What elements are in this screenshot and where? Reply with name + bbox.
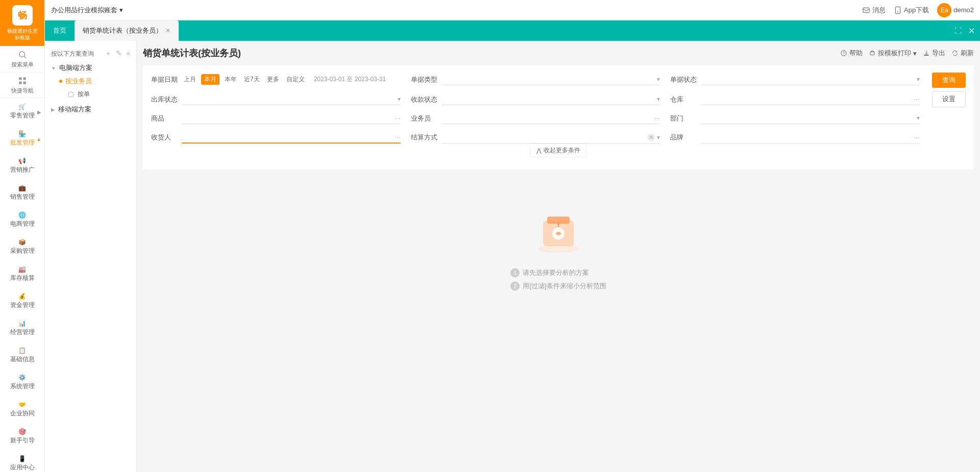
out-status-input[interactable]	[182, 96, 398, 103]
filter-settlement: 结算方式 ✕ ▾	[411, 132, 660, 144]
query-btn[interactable]: 查询	[932, 73, 966, 88]
sidebar-item-apps[interactable]: 📱 应用中心	[0, 450, 44, 472]
export-btn[interactable]: 导出	[923, 49, 945, 58]
sidebar-item-finance[interactable]: 💰 资金管理	[0, 288, 44, 315]
settlement-clear-btn[interactable]: ✕	[647, 133, 655, 141]
dept-arrow[interactable]: ▾	[917, 114, 920, 122]
brand-control[interactable]: ···	[701, 132, 920, 144]
warehouse-control[interactable]: ···	[701, 93, 920, 105]
doc-type-input[interactable]	[442, 76, 657, 83]
sidebar-item-marketing[interactable]: 📢 营销推广	[0, 152, 44, 179]
settlement-input[interactable]	[442, 133, 648, 141]
search-menu-item[interactable]: 搜索菜单	[0, 46, 44, 73]
goods-dots[interactable]: ···	[395, 114, 401, 122]
doc-status-control[interactable]: ▾	[701, 74, 920, 85]
operations-icon: 📊	[18, 320, 26, 327]
doc-type-control[interactable]: ▾	[442, 74, 660, 85]
active-dot	[59, 80, 62, 83]
warehouse-label: 仓库	[670, 95, 701, 104]
settlement-control[interactable]: ✕ ▾	[442, 132, 660, 144]
sidebar-item-operations[interactable]: 📊 经营管理	[0, 315, 44, 342]
tab-home[interactable]: 首页	[45, 20, 75, 41]
sidebar-item-purchase[interactable]: 📦 采购管理	[0, 233, 44, 261]
tree-node-mobile[interactable]: ▶ 移动端方案	[45, 103, 136, 116]
date-tab-lastmonth[interactable]: 上月	[182, 74, 198, 85]
salesman-control[interactable]: ···	[442, 112, 660, 124]
sidebar-logo[interactable]: 畅 畅捷通好生意 标账版	[0, 0, 44, 46]
goods-input[interactable]	[182, 114, 395, 122]
window-close-btn[interactable]: ✕	[968, 26, 975, 36]
sidebar-item-wholesale[interactable]: 🏪 批发管理 ▲	[0, 125, 44, 152]
search-icon	[18, 50, 27, 59]
refresh-btn[interactable]: 刷新	[951, 49, 974, 58]
print-btn[interactable]: 按模板打印 ▾	[869, 49, 917, 58]
recipient-dots[interactable]: ···	[395, 133, 401, 141]
edit-scheme-btn[interactable]: ✎	[116, 49, 122, 58]
doc-status-input[interactable]	[701, 76, 917, 83]
collapse-btn[interactable]: ⋀ 收起更多条件	[530, 144, 587, 157]
left-panel-header: 按以下方案查询 ＋ ✎ «	[45, 46, 136, 61]
account-dropdown[interactable]: 办公用品行业模拟账套 ▾	[51, 6, 123, 15]
date-tab-custom[interactable]: 自定义	[284, 74, 307, 85]
collapse-panel-btn[interactable]: «	[126, 49, 130, 58]
topbar: 办公用品行业模拟账套 ▾ 消息 App下载 Ea demo2	[45, 0, 980, 20]
sidebar-item-basic[interactable]: 📋 基础信息	[0, 342, 44, 369]
dept-control[interactable]: ▾	[701, 113, 920, 124]
recipient-control[interactable]: ···	[182, 131, 401, 144]
tree-grandchild-order[interactable]: 按单	[45, 88, 136, 101]
svg-rect-9	[68, 92, 73, 97]
tree-node-desktop[interactable]: ▼ 电脑端方案	[45, 61, 136, 75]
settings-btn[interactable]: 设置	[932, 91, 966, 107]
date-tab-more[interactable]: 更多	[265, 74, 281, 85]
wholesale-icon: 🏪	[18, 130, 26, 137]
quick-nav-item[interactable]: 快捷导航	[0, 73, 44, 98]
maximize-btn[interactable]: ⛶	[954, 27, 962, 35]
message-btn[interactable]: 消息	[862, 6, 886, 15]
warehouse-input[interactable]	[701, 96, 914, 103]
right-panel: 销货单统计表(按业务员) ? 帮助 按模板打印 ▾ 导出	[137, 41, 980, 472]
svg-rect-13	[924, 55, 928, 56]
svg-text:?: ?	[843, 51, 845, 55]
brand-input[interactable]	[701, 133, 914, 141]
date-tab-thisyear[interactable]: 本年	[223, 74, 239, 85]
user-profile[interactable]: Ea demo2	[937, 3, 974, 17]
payment-status-control[interactable]: ▾	[442, 94, 660, 105]
salesman-dots[interactable]: ···	[654, 114, 660, 122]
payment-status-arrow[interactable]: ▾	[657, 96, 660, 103]
sidebar-item-sales[interactable]: 💼 销售管理	[0, 179, 44, 206]
dept-input[interactable]	[701, 114, 917, 122]
settlement-arrow[interactable]: ▾	[657, 134, 660, 141]
print-arrow: ▾	[913, 50, 917, 57]
sidebar-item-ecommerce[interactable]: 🌐 电商管理	[0, 206, 44, 233]
sidebar-item-marketing-label: 营销推广	[10, 166, 35, 174]
date-tab-thismonth[interactable]: 本月	[201, 74, 219, 85]
payment-status-input[interactable]	[442, 96, 657, 103]
empty-illustration	[528, 205, 589, 256]
tab-close-btn[interactable]: ✕	[165, 27, 170, 34]
out-status-control[interactable]: ▾	[182, 94, 401, 105]
refresh-label: 刷新	[961, 49, 974, 58]
svg-point-19	[557, 222, 560, 225]
sidebar-item-system[interactable]: ⚙️ 系统管理	[0, 369, 44, 396]
salesman-input[interactable]	[442, 114, 654, 122]
doc-status-arrow[interactable]: ▾	[917, 76, 920, 83]
warehouse-dots[interactable]: ···	[914, 95, 920, 103]
sidebar-item-newbie[interactable]: 🎯 新手引导	[0, 423, 44, 450]
add-scheme-btn[interactable]: ＋	[105, 49, 112, 58]
help-btn[interactable]: ? 帮助	[840, 49, 863, 58]
goods-control[interactable]: ···	[182, 112, 401, 124]
sidebar-item-retail[interactable]: 🛒 零售管理 ▶	[0, 98, 44, 125]
app-download-btn[interactable]: App下载	[894, 6, 929, 15]
out-status-arrow[interactable]: ▾	[398, 96, 401, 103]
date-tab-7days[interactable]: 近7天	[242, 74, 262, 85]
recipient-input[interactable]	[182, 133, 395, 141]
hint-text-2: 用[过滤]条件来缩小分析范围	[523, 279, 606, 293]
tree-child-salesman[interactable]: 按业务员	[45, 75, 136, 88]
doc-type-arrow[interactable]: ▾	[657, 76, 660, 83]
sidebar-item-inventory[interactable]: 🏭 库存核算	[0, 261, 44, 288]
tab-sales-stat[interactable]: 销货单统计表（按业务员） ✕	[75, 20, 179, 41]
brand-dots[interactable]: ···	[914, 133, 920, 141]
sidebar-item-enterprise[interactable]: 🤝 企业协同	[0, 396, 44, 423]
download-icon	[894, 6, 902, 14]
collapse-label: 收起更多条件	[544, 146, 580, 155]
